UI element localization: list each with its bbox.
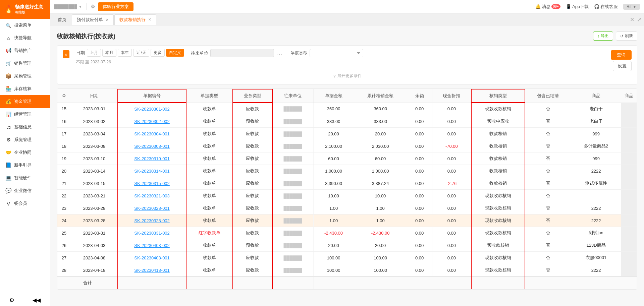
voucher-type-select[interactable] <box>310 49 363 57</box>
footer-label: 合计 <box>57 277 118 289</box>
cell-writeoff-type: 收款核销 <box>471 177 525 190</box>
cell-goods-img <box>621 202 637 215</box>
cell-goods-img <box>621 177 637 190</box>
date-btn-this-month[interactable]: 本月 <box>102 49 116 57</box>
sidebar-item-shortcut[interactable]: ⌂ 快捷导航 <box>0 32 50 44</box>
sidebar-item-member[interactable]: V 畅会员 <box>0 197 50 210</box>
cell-voucher-no[interactable]: SK-20230418-001 <box>118 264 186 277</box>
message-area[interactable]: 🔔 消息 99+ <box>535 4 560 10</box>
expand-more-button[interactable]: ∨ 展开更多条件 <box>333 73 362 79</box>
cell-partner: ██████ <box>272 152 313 165</box>
cell-voucher-no[interactable]: SK-20230310-001 <box>118 152 186 165</box>
date-quick-buttons: 上月 本月 本年 近7天 更多 自定义 <box>87 49 184 57</box>
date-btn-custom[interactable]: 自定义 <box>166 49 184 57</box>
cell-goods-img <box>621 239 637 252</box>
online-service-link[interactable]: 🎧 在线客服 <box>594 4 618 10</box>
cell-biz-type: 应收款 <box>233 215 272 227</box>
cell-voucher-no[interactable]: SK-20230328-002 <box>118 215 186 227</box>
cell-writeoff-amount: 360.00 <box>354 103 407 115</box>
date-btn-last-month[interactable]: 上月 <box>87 49 101 57</box>
tab-home[interactable]: 首页 <box>53 15 71 25</box>
tab-expand-icon[interactable]: ⤢ <box>637 16 641 23</box>
table-scroll-area[interactable]: ⚙ 日期 单据编号 单据类型 业务类型 往来单位 单据金额 累计核销金额 余额 … <box>57 89 637 289</box>
cell-include-settled: 否 <box>525 152 571 165</box>
filter-settings-button[interactable]: 设置 <box>613 61 632 71</box>
cell-voucher-no[interactable]: SK-20230403-002 <box>118 239 186 252</box>
cell-amount: 20.00 <box>313 239 354 252</box>
cell-voucher-no[interactable]: SK-20230321-003 <box>118 190 186 202</box>
filter-collapse-icon[interactable]: » <box>63 50 69 58</box>
partner-input[interactable] <box>210 49 274 57</box>
query-button[interactable]: 查询 <box>611 50 632 60</box>
cell-voucher-no[interactable]: SK-20230304-001 <box>118 128 186 140</box>
cell-date: 2023-03-10 <box>71 152 118 165</box>
table-row: 242023-03-28SK-20230328-002收款单应收款██████1… <box>57 215 637 227</box>
tab-prepay[interactable]: 预付款应付单 ✕ <box>72 14 114 25</box>
date-btn-7days[interactable]: 近7天 <box>133 49 150 57</box>
sidebar-item-base[interactable]: 🗂 基础信息 <box>0 121 50 133</box>
cell-writeoff-amount: 100.00 <box>354 252 407 264</box>
industry-solution-button[interactable]: 体验行业方案 <box>98 2 133 11</box>
cell-voucher-no[interactable]: SK-20230301-002 <box>118 103 186 115</box>
cell-rownum: 26 <box>57 239 71 252</box>
cell-voucher-no[interactable]: SK-20230408-001 <box>118 252 186 264</box>
tab-collection-close-icon[interactable]: ✕ <box>148 17 151 22</box>
cell-goods-img <box>621 227 637 239</box>
cell-cash-discount: 0.00 <box>432 264 471 277</box>
cell-rownum: 17 <box>57 128 71 140</box>
sidebar-item-hw[interactable]: 💻 智能硬件 <box>0 172 50 184</box>
cell-biz-type: 预收款 <box>233 115 272 128</box>
tab-close-all-icon[interactable]: ✕ <box>630 16 634 23</box>
footer-voucher-type <box>186 277 233 289</box>
chevron-down-icon[interactable]: ▼ <box>78 5 82 9</box>
sidebar-item-stock[interactable]: 🏪 库存核算 <box>0 82 50 95</box>
sidebar-item-finance[interactable]: 💰 资金管理 <box>0 95 50 108</box>
tab-prepay-close-icon[interactable]: ✕ <box>106 18 109 22</box>
user-avatar[interactable]: Rit ▼ <box>623 4 640 10</box>
col-header-voucher-type: 单据类型 <box>186 89 233 103</box>
tabbar-right-buttons: ✕ ⤢ <box>630 16 641 23</box>
sidebar-label-guide: 新手引导 <box>14 162 32 168</box>
cell-voucher-no[interactable]: SK-20230308-001 <box>118 140 186 152</box>
cell-writeoff-type: 现款收款核销 <box>471 215 525 227</box>
sidebar-item-system[interactable]: ⚙ 系统管理 <box>0 133 50 146</box>
sidebar-item-wechat[interactable]: 💬 企业微信 <box>0 184 50 197</box>
footer-biz-type <box>233 277 272 289</box>
cell-voucher-type: 收款单 <box>186 239 233 252</box>
sidebar-item-marketing[interactable]: 📢 营销推广 <box>0 44 50 57</box>
date-btn-more[interactable]: 更多 <box>151 49 165 57</box>
filter-voucher-type: 单据类型 <box>290 49 363 57</box>
cell-biz-type: 应收款 <box>233 252 272 264</box>
cell-writeoff-amount: 1.00 <box>354 202 407 215</box>
date-btn-this-year[interactable]: 本年 <box>118 49 132 57</box>
sidebar-item-guide[interactable]: 📘 新手引导 <box>0 159 50 172</box>
cell-amount: 10.00 <box>313 190 354 202</box>
sidebar-item-search[interactable]: 搜索菜单 <box>0 19 50 32</box>
gear-icon[interactable]: ⚙ <box>91 3 95 10</box>
cell-voucher-no[interactable]: SK-20230328-001 <box>118 202 186 215</box>
settings-bottom-icon[interactable]: ⚙ <box>9 297 14 303</box>
cell-voucher-no[interactable]: SK-20230331-002 <box>118 227 186 239</box>
service-icon: 🎧 <box>594 4 599 9</box>
sidebar-item-purchase[interactable]: 📦 采购管理 <box>0 70 50 82</box>
cell-voucher-no[interactable]: SK-20230315-002 <box>118 177 186 190</box>
sidebar-item-ops[interactable]: 📊 经营管理 <box>0 108 50 121</box>
date-range-display: 不限 至 2023-07-26 <box>76 59 111 65</box>
cell-goods: 999 <box>571 128 621 140</box>
cell-amount: 2,100.00 <box>313 140 354 152</box>
footer-writeoff <box>354 277 407 289</box>
cell-goods <box>571 190 621 202</box>
cell-voucher-no[interactable]: SK-20230314-001 <box>118 165 186 177</box>
collapse-icon[interactable]: ◀◀ <box>33 297 41 303</box>
cell-voucher-no[interactable]: SK-20230302-002 <box>118 115 186 128</box>
cell-goods: 老白干 <box>571 115 621 128</box>
refresh-button[interactable]: ↺ 刷新 <box>616 32 637 41</box>
sidebar-item-corp[interactable]: 🤝 企业协同 <box>0 146 50 159</box>
export-button[interactable]: ↑ 导出 <box>593 32 613 41</box>
corp-icon: 🤝 <box>5 149 11 156</box>
sidebar-item-sales[interactable]: 🛒 销售管理 <box>0 57 50 70</box>
cell-writeoff-type: 收款核销 <box>471 128 525 140</box>
cell-balance: 0.00 <box>407 165 432 177</box>
app-download-link[interactable]: 📱 App下载 <box>566 4 589 10</box>
tab-collection[interactable]: 收款核销执行 ✕ <box>114 14 156 25</box>
